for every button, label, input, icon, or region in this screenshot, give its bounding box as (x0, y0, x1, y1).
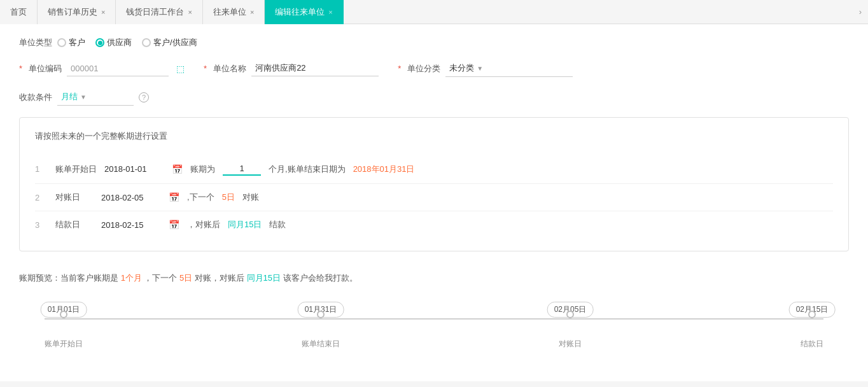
timeline-point-3: 02月15日结款日 (801, 311, 823, 349)
period-desc-post-2: 对账 (242, 192, 259, 203)
timeline-point-2: 02月05日对账日 (559, 311, 582, 349)
period-num-3: 3 (35, 220, 48, 230)
close-cash-reconcile[interactable]: × (188, 8, 192, 16)
period-desc-pre-2: ,下一个 (187, 192, 214, 203)
timeline: 01月01日账单开始日01月31日账单结束日02月05日对账日02月15日结款日 (19, 298, 849, 369)
unit-type-label: 单位类型 (19, 37, 52, 48)
period-num-1: 1 (35, 164, 48, 174)
timeline-label-2: 对账日 (559, 339, 582, 349)
unit-name-star: * (204, 64, 207, 73)
payment-terms-chevron: ▼ (80, 94, 87, 101)
radio-group: 客户 供应商 客户/供应商 (57, 37, 197, 48)
period-label-1: 账单开始日 (55, 164, 97, 175)
unit-category-chevron: ▼ (477, 65, 483, 72)
preview-part1: 1个月 (121, 273, 142, 283)
period-row-3: 3 结款日 2018-02-15 📅 ，对账后 同月15日 结款 (35, 211, 833, 238)
period-label-3: 结款日 (55, 219, 94, 230)
payment-terms-group: 收款条件 月结 ▼ ? (19, 88, 149, 106)
unit-name-label: 单位名称 (213, 63, 246, 74)
unit-code-group: * 单位编码 ⬚ (19, 61, 185, 76)
period-highlight-2: 5日 (222, 192, 235, 203)
preview-part2: 5日 (179, 273, 192, 283)
payment-terms-help[interactable]: ? (139, 92, 149, 102)
unit-category-star: * (398, 64, 401, 73)
tab-home[interactable]: 首页 (0, 0, 38, 24)
radio-customer-circle (57, 38, 66, 47)
unit-category-group: * 单位分类 未分类 ▼ (398, 60, 573, 77)
unit-type-group: 单位类型 客户 供应商 客户/供应商 (19, 37, 197, 48)
period-desc-post-3: 结款 (269, 219, 286, 230)
period-row-1: 1 账单开始日 2018-01-01 📅 账期为 个月,账单结束日期为 2018… (35, 155, 833, 184)
period-settings-box: 请按照未来的一个完整帐期进行设置 1 账单开始日 2018-01-01 📅 账期… (19, 117, 849, 251)
tab-cash-reconcile[interactable]: 钱货日清工作台 × (116, 0, 202, 24)
section-instruction: 请按照未来的一个完整帐期进行设置 (35, 130, 833, 142)
unit-code-star: * (19, 64, 22, 73)
unit-code-copy-icon[interactable]: ⬚ (176, 64, 185, 74)
period-highlight-3: 同月15日 (228, 219, 262, 230)
close-edit-partner[interactable]: × (328, 8, 332, 16)
timeline-point-1: 01月31日账单结束日 (302, 311, 340, 349)
preview-part3: 同月15日 (247, 273, 281, 283)
tab-partner[interactable]: 往来单位 × (203, 0, 265, 24)
close-sales-order[interactable]: × (101, 8, 105, 16)
main-content: 单位类型 客户 供应商 客户/供应商 * 单位编码 (0, 24, 868, 381)
tab-sales-order[interactable]: 销售订单历史 × (38, 0, 116, 24)
period-cal-3[interactable]: 📅 (169, 220, 179, 230)
timeline-label-0: 账单开始日 (45, 339, 83, 349)
period-end-date: 2018年01月31日 (353, 164, 415, 175)
payment-terms-label: 收款条件 (19, 92, 52, 103)
period-date-2: 2018-02-05 (101, 193, 158, 202)
payment-terms-row: 收款条件 月结 ▼ ? (19, 88, 849, 106)
period-cal-1[interactable]: 📅 (172, 164, 183, 174)
timeline-label-3: 结款日 (801, 339, 823, 349)
unit-code-input[interactable] (67, 61, 169, 76)
unit-info-row: * 单位编码 ⬚ * 单位名称 * 单位分类 未分类 ▼ (19, 60, 849, 77)
period-desc-pre-1: 账期为 (190, 164, 215, 175)
close-partner[interactable]: × (250, 8, 254, 16)
tab-edit-partner[interactable]: 编辑往来单位 × (265, 0, 343, 24)
unit-type-row: 单位类型 客户 供应商 客户/供应商 (19, 37, 849, 48)
month-input[interactable] (223, 162, 261, 176)
radio-both-circle (142, 38, 151, 47)
payment-terms-select[interactable]: 月结 ▼ (57, 88, 134, 106)
timeline-point-0: 01月01日账单开始日 (45, 311, 83, 349)
radio-both[interactable]: 客户/供应商 (142, 37, 197, 48)
preview-text: 账期预览：当前客户账期是 1个月 ，下一个 5日 对账，对账后 同月15日 该客… (19, 264, 849, 298)
period-date-1: 2018-01-01 (104, 164, 162, 174)
period-desc-post-1: 个月,账单结束日期为 (269, 164, 346, 175)
period-row-2: 2 对账日 2018-02-05 📅 ,下一个 5日 对账 (35, 184, 833, 211)
unit-name-group: * 单位名称 (204, 61, 379, 76)
timeline-points: 01月01日账单开始日01月31日账单结束日02月05日对账日02月15日结款日 (45, 311, 823, 349)
period-desc-pre-3: ，对账后 (187, 219, 220, 230)
unit-name-input[interactable] (251, 61, 379, 76)
period-num-2: 2 (35, 193, 48, 202)
unit-category-label: 单位分类 (407, 63, 440, 74)
period-date-3: 2018-02-15 (101, 220, 158, 230)
period-label-2: 对账日 (55, 192, 94, 203)
radio-customer[interactable]: 客户 (57, 37, 85, 48)
unit-category-select[interactable]: 未分类 ▼ (445, 60, 573, 77)
unit-code-label: 单位编码 (29, 63, 62, 74)
timeline-label-1: 账单结束日 (302, 339, 340, 349)
radio-supplier[interactable]: 供应商 (95, 37, 132, 48)
period-cal-2[interactable]: 📅 (169, 192, 179, 202)
tab-bar: 首页 销售订单历史 × 钱货日清工作台 × 往来单位 × 编辑往来单位 × › (0, 0, 868, 24)
tab-expand-btn[interactable]: › (853, 0, 868, 24)
radio-supplier-circle (95, 38, 104, 47)
